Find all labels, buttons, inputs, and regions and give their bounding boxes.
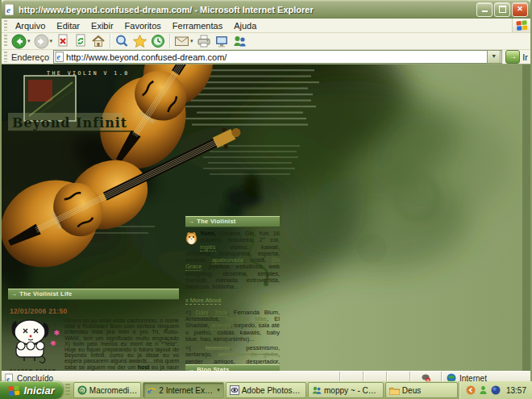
menu-ferramentas[interactable]: Ferramentas: [167, 20, 228, 31]
hamster-icon: [185, 231, 197, 245]
history-button[interactable]: [149, 33, 167, 49]
refresh-button[interactable]: [72, 33, 89, 49]
toolbar-separator: [110, 34, 110, 48]
mail-button[interactable]: ▾: [172, 33, 195, 49]
menubar-grip[interactable]: [4, 20, 7, 31]
task-label: moppy ~ - Conversa: [324, 386, 380, 395]
arrow-icon: →: [189, 218, 194, 224]
mascot-box: SYSTEM ERROR ✱ ✱: [8, 318, 58, 371]
forward-button[interactable]: ▾: [32, 33, 55, 49]
task-button-deus-folder[interactable]: Deus: [385, 382, 458, 398]
go-button[interactable]: → Ir: [505, 50, 528, 64]
address-label: Endereço: [11, 52, 49, 62]
titlebar[interactable]: e http://www.beyond.confused-dream.com/ …: [2, 0, 530, 19]
menu-editar[interactable]: Editar: [51, 20, 85, 31]
ie-icon: e: [147, 385, 156, 395]
search-icon: [114, 34, 129, 48]
close-button[interactable]: ✕: [512, 2, 528, 17]
dog-mascot-icon: [8, 318, 53, 364]
tray-sphere-icon[interactable]: [491, 385, 501, 395]
tray-messenger-icon[interactable]: [479, 385, 488, 395]
mail-dropdown-icon[interactable]: ▾: [190, 38, 193, 44]
task-group-dropdown-icon[interactable]: ▾: [217, 387, 220, 393]
minimize-button[interactable]: [476, 2, 493, 17]
address-favicon: e: [55, 52, 64, 62]
site-title: Beyond Infinit: [12, 115, 127, 131]
blogstats-header: →Blog Stats: [185, 364, 280, 371]
arrow-icon: →: [189, 367, 194, 371]
violinist-about-text: Yumi, Gislaine, Gih, Yuh, 16 outonos, br…: [185, 231, 280, 291]
arrow-icon: →: [11, 291, 17, 297]
edit-button[interactable]: [213, 33, 231, 49]
home-button[interactable]: [89, 33, 107, 49]
blogstats-section: →Blog Stats: [185, 364, 280, 371]
star-icon: ✱: [53, 329, 60, 337]
photoshop-icon: [230, 385, 239, 395]
desktop-screen: e http://www.beyond.confused-dream.com/ …: [0, 0, 532, 399]
post-text: Olhem só eu amei esse cachorrinho, o nom…: [58, 318, 179, 371]
addressbar-grip[interactable]: [4, 52, 7, 63]
post-date: 12/01/2006 21:50: [10, 307, 179, 315]
windows-logo-icon: [516, 19, 528, 31]
task-button-internet-explorer[interactable]: e 2 Internet Explorer ▾: [143, 382, 223, 398]
search-button[interactable]: [113, 33, 131, 49]
mail-icon: [174, 34, 189, 48]
window-title: http://www.beyond.confused-dream.com/ - …: [19, 5, 475, 15]
folder-icon: [389, 386, 400, 395]
print-icon: [197, 34, 211, 48]
address-input[interactable]: [64, 52, 487, 62]
taskbar-clock[interactable]: 13:57: [506, 386, 526, 395]
life-header-label: The Violinist Life: [19, 290, 72, 297]
address-field: e ▼: [53, 50, 502, 64]
inline-text: host: [138, 364, 150, 370]
menu-arquivo[interactable]: Arquivo: [10, 20, 51, 31]
star-icon: ✱: [49, 339, 58, 348]
taskbar: Iniciar D Macromedia Dream... e 2 Intern…: [0, 381, 532, 399]
history-icon: [151, 34, 165, 48]
menu-exibir[interactable]: Exibir: [85, 20, 119, 31]
more-about-link[interactable]: x More About: [185, 297, 221, 305]
ie-page-icon: e: [4, 4, 15, 15]
taskbar-handle[interactable]: [65, 384, 70, 397]
task-label: Adobe Photoshop - ...: [242, 386, 302, 395]
back-button[interactable]: ▾: [10, 33, 32, 49]
toolbar-grip[interactable]: [4, 35, 7, 48]
page-right-border: [522, 64, 530, 371]
menu-ajuda[interactable]: Ajuda: [228, 20, 262, 31]
svg-text:e: e: [6, 5, 10, 15]
task-label: Macromedia Dream...: [89, 386, 138, 395]
stop-button[interactable]: [54, 33, 72, 49]
tray-collapse-icon[interactable]: [466, 385, 476, 395]
messenger-icon: [232, 34, 247, 48]
blogstats-header-label: Blog Stats: [197, 366, 229, 371]
toolbar: ▾ ▾: [2, 33, 530, 50]
favorites-button[interactable]: [131, 33, 149, 49]
banner-top-label: THE VIOLIN V 1.0: [47, 70, 130, 77]
go-label: Ir: [522, 52, 528, 62]
restore-icon: [499, 6, 506, 13]
windows-brand-box: [512, 19, 530, 32]
messenger-icon: [312, 385, 322, 395]
restore-button[interactable]: [494, 2, 510, 17]
forward-dropdown-icon[interactable]: ▾: [50, 38, 53, 44]
task-label: Deus: [402, 386, 421, 395]
address-dropdown-icon[interactable]: ▼: [487, 50, 501, 64]
menu-favoritos[interactable]: Favoritos: [119, 20, 167, 31]
browser-window: e http://www.beyond.confused-dream.com/ …: [0, 0, 532, 381]
page-viewport[interactable]: THE VIOLIN V 1.0: [2, 64, 530, 371]
task-button-photoshop[interactable]: Adobe Photoshop - ...: [226, 382, 306, 398]
violinist-column: →The Violinist Yumi, Gislaine, Gih, Yuh,…: [185, 216, 280, 371]
back-dropdown-icon[interactable]: ▾: [27, 38, 31, 44]
violinist-life-column: →The Violinist Life 12/01/2006 21:50: [8, 289, 179, 371]
forward-icon: [34, 34, 49, 49]
print-button[interactable]: [195, 33, 213, 49]
task-button-dreamweaver[interactable]: D Macromedia Dream...: [73, 382, 142, 398]
mascot-caption: SYSTEM ERROR: [8, 368, 58, 371]
inline-text: Olhem só eu amei esse cachorrinho, o nom…: [64, 318, 179, 370]
messenger-button[interactable]: [231, 33, 249, 49]
task-button-conversa[interactable]: moppy ~ - Conversa: [308, 382, 384, 398]
start-label: Iniciar: [23, 384, 54, 397]
start-button[interactable]: Iniciar: [0, 381, 63, 399]
menubar: Arquivo Editar Exibir Favoritos Ferramen…: [2, 19, 530, 33]
dreamweaver-icon: D: [77, 385, 87, 395]
